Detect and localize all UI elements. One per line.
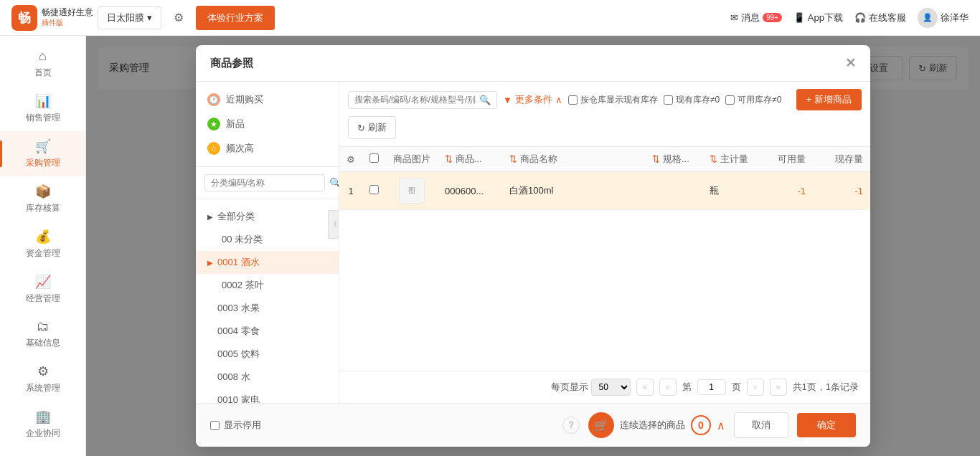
arrow-icon: ▶ xyxy=(207,259,213,267)
more-conditions-button[interactable]: ▼ 更多条件 ∧ xyxy=(503,93,562,106)
sidebar-item-home[interactable]: ⌂ 首页 xyxy=(0,42,85,86)
category-item-0008[interactable]: 0008 水 xyxy=(196,366,339,389)
modal-header: 商品参照 ✕ xyxy=(196,45,870,82)
stock-ne0-checkbox[interactable]: 现有库存≠0 xyxy=(664,94,720,106)
quick-item-frequent[interactable]: ☆ 频次高 xyxy=(196,136,339,161)
col-header-image: 商品图片 xyxy=(386,147,438,172)
filter-bar: 🔍 ▼ 更多条件 ∧ 按仓库显示现有库存 xyxy=(339,82,870,147)
system-icon: ⚙ xyxy=(37,364,49,379)
sidebar-item-label: 首页 xyxy=(34,67,52,79)
category-search-icon[interactable]: 🔍 xyxy=(329,177,339,189)
pagination: 每页显示 50 10 20 100 « ‹ 第 xyxy=(339,371,870,403)
last-page-button[interactable]: » xyxy=(770,379,787,396)
experience-button[interactable]: 体验行业方案 xyxy=(196,6,275,30)
stock-ne0-input[interactable] xyxy=(664,95,673,105)
sidebar-item-basic[interactable]: 🗂 基础信息 xyxy=(0,312,85,356)
sidebar-item-sales[interactable]: 📊 销售管理 xyxy=(0,86,85,131)
prev-page-button[interactable]: ‹ xyxy=(659,379,677,396)
next-page-button[interactable]: › xyxy=(747,379,764,396)
row-available: -1 xyxy=(755,172,813,210)
add-product-button[interactable]: + 新增商品 xyxy=(796,89,862,110)
select-all-checkbox[interactable] xyxy=(369,153,379,163)
sales-icon: 📊 xyxy=(35,93,51,109)
logo-sub: 插件版 xyxy=(42,18,93,28)
col-header-name[interactable]: ⇅ 商品名称 xyxy=(502,147,645,172)
col-header-check[interactable] xyxy=(362,147,386,172)
quick-item-new[interactable]: ★ 新品 xyxy=(196,112,339,136)
cancel-button[interactable]: 取消 xyxy=(734,412,788,438)
user-profile[interactable]: 👤 徐泽华 xyxy=(918,8,969,28)
page-size-dropdown[interactable]: 50 10 20 100 xyxy=(591,379,631,396)
col-header-code[interactable]: ⇅ 商品... xyxy=(438,147,502,172)
category-item-0003[interactable]: 0003 水果 xyxy=(196,297,339,320)
main-layout: ⌂ 首页 📊 销售管理 🛒 采购管理 📦 库存核算 💰 资金管理 📈 经营管理 … xyxy=(0,36,980,456)
total-info: 共1页，1条记录 xyxy=(793,381,859,394)
inventory-icon: 📦 xyxy=(35,184,51,199)
category-item-0010[interactable]: 0010 家电 xyxy=(196,389,339,403)
category-item-0005[interactable]: 0005 饮料 xyxy=(196,343,339,366)
available-ne0-checkbox[interactable]: 可用库存≠0 xyxy=(725,94,781,106)
page-number-input[interactable] xyxy=(697,379,726,395)
collapse-cart-icon[interactable]: ∧ xyxy=(717,419,725,432)
col-header-stock: 现存量 xyxy=(813,147,870,172)
show-disabled-input[interactable] xyxy=(210,421,220,430)
sidebar-item-label: 基础信息 xyxy=(26,337,60,349)
sidebar-item-purchase[interactable]: 🛒 采购管理 xyxy=(0,131,85,176)
online-service-button[interactable]: 🎧 在线客服 xyxy=(854,11,906,24)
product-reference-modal: 商品参照 ✕ 🕐 近期购买 ★ xyxy=(196,45,870,447)
sidebar-item-label: 企业协同 xyxy=(26,427,60,440)
sidebar-item-enterprise[interactable]: 🏢 企业协同 xyxy=(0,402,85,447)
help-icon[interactable]: ? xyxy=(562,417,580,434)
sidebar-item-system[interactable]: ⚙ 系统管理 xyxy=(0,356,85,402)
col-header-unit[interactable]: ⇅ 主计量 xyxy=(702,147,755,172)
sidebar-item-inventory[interactable]: 📦 库存核算 xyxy=(0,176,85,222)
headset-icon: 🎧 xyxy=(854,12,866,23)
category-item-all[interactable]: ▶ 全部分类 xyxy=(196,205,339,228)
purchase-icon: 🛒 xyxy=(35,138,51,154)
sidebar-item-label: 库存核算 xyxy=(26,202,60,214)
filter-refresh-button[interactable]: ↻ 刷新 xyxy=(348,116,396,139)
enterprise-icon: 🏢 xyxy=(35,409,51,424)
messages-button[interactable]: ✉ 消息 99+ xyxy=(730,11,782,24)
quick-item-recent[interactable]: 🕐 近期购买 xyxy=(196,87,339,112)
chevron-down-icon: ▾ xyxy=(147,12,152,23)
refresh-icon: ↻ xyxy=(357,123,365,133)
product-table-wrap: ⚙ 商品图片 ⇅ 商品... ⇅ xyxy=(339,147,870,371)
row-spec xyxy=(645,172,702,210)
product-search-input[interactable] xyxy=(354,95,476,105)
category-item-0004[interactable]: 0004 零食 xyxy=(196,320,339,343)
page-label: 第 xyxy=(682,381,692,394)
category-item-0002[interactable]: 0002 茶叶 xyxy=(196,274,339,297)
confirm-button[interactable]: 确定 xyxy=(797,413,856,437)
new-icon: ★ xyxy=(207,118,220,130)
by-warehouse-input[interactable] xyxy=(568,95,578,105)
category-item-0001[interactable]: ▶ 0001 酒水 xyxy=(196,251,339,274)
table-row[interactable]: 1 图 000600... 白酒100ml 瓶 xyxy=(339,172,870,210)
nav-branch-dropdown[interactable]: 日太阳膜 ▾ xyxy=(98,6,161,29)
col-header-settings[interactable]: ⚙ xyxy=(339,147,362,172)
available-ne0-input[interactable] xyxy=(725,95,735,105)
sidebar-item-finance[interactable]: 💰 资金管理 xyxy=(0,222,85,267)
settings-icon[interactable]: ⚙ xyxy=(167,6,190,29)
app-download-button[interactable]: 📱 App下载 xyxy=(793,11,843,24)
by-warehouse-checkbox[interactable]: 按仓库显示现有库存 xyxy=(568,94,658,106)
modal-body: 🕐 近期购买 ★ 新品 ☆ 频次高 xyxy=(196,82,870,403)
product-search-icon[interactable]: 🔍 xyxy=(479,95,491,105)
show-disabled-checkbox[interactable]: 显示停用 xyxy=(210,419,261,432)
nav-center: 日太阳膜 ▾ ⚙ 体验行业方案 xyxy=(98,6,730,30)
modal-close-button[interactable]: ✕ xyxy=(845,55,856,71)
category-panel: 🕐 近期购买 ★ 新品 ☆ 频次高 xyxy=(196,82,339,403)
row-name: 白酒100ml xyxy=(502,172,645,210)
category-search-input[interactable] xyxy=(204,174,325,191)
sidebar-item-guide[interactable]: 📖 新手引导 xyxy=(0,447,85,456)
row-check[interactable] xyxy=(362,172,386,210)
product-table: ⚙ 商品图片 ⇅ 商品... ⇅ xyxy=(339,147,870,210)
messages-badge: 99+ xyxy=(763,13,782,22)
panel-collapse-button[interactable]: 《 xyxy=(328,210,339,239)
sidebar-item-operation[interactable]: 📈 经营管理 xyxy=(0,267,85,312)
cart-icon[interactable]: 🛒 xyxy=(588,412,614,438)
modal-overlay: 商品参照 ✕ 🕐 近期购买 ★ xyxy=(86,36,980,456)
first-page-button[interactable]: « xyxy=(636,379,654,396)
category-item-00[interactable]: 00 未分类 xyxy=(196,228,339,251)
col-header-spec[interactable]: ⇅ 规格... xyxy=(645,147,702,172)
